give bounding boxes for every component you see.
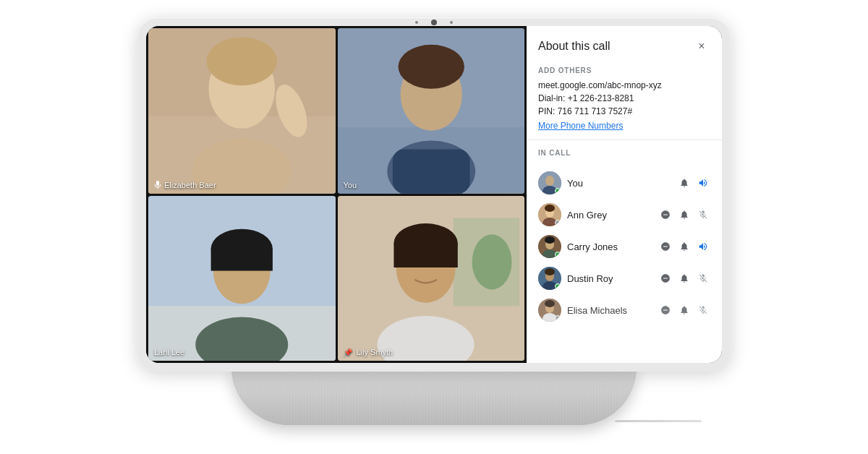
participant-row-carry: Carry Jones [532,231,716,262]
more-numbers-link[interactable]: More Phone Numbers [538,121,710,131]
bell-icon-dustin[interactable] [677,271,692,286]
participant-row-you: You [532,167,716,199]
participant-row-ann: Ann Grey [532,199,716,231]
avatar-ann [538,203,561,226]
actions-you [677,176,710,190]
actions-ann [658,207,710,222]
left-mic-dot [415,21,418,24]
svg-point-13 [398,45,464,89]
svg-point-26 [472,234,511,289]
svg-point-32 [545,176,554,186]
status-dot-carry [555,252,561,257]
right-mic-dot [450,21,453,24]
lily-video [338,196,525,361]
screen-content: Elizabeth Baer [146,26,722,363]
svg-rect-7 [156,181,159,186]
remove-icon-carry[interactable] [658,239,673,254]
device-wrapper: Elizabeth Baer [109,17,760,437]
side-panel: About this call × ADD OTHERS meet.google… [527,26,722,363]
lani-label: Lani Lee [154,348,184,356]
bell-icon-you[interactable] [677,176,692,190]
video-cell-elizabeth: Elizabeth Baer [148,28,336,194]
participant-name-carry: Carry Jones [567,241,652,252]
elizabeth-label: Elizabeth Baer [154,181,216,189]
participant-row-elisa: Elisa Michaels [532,294,716,326]
in-call-section: IN CALL [527,143,722,167]
svg-rect-21 [211,249,273,270]
audio-waves-carry[interactable] [696,239,710,254]
mic-off-dustin[interactable] [696,271,710,286]
lily-label: 📌 Lily Smyth [344,348,393,356]
call-link: meet.google.com/abc-mnop-xyz Dial-in: +1… [538,79,710,118]
camera-dot [431,20,437,25]
avatar-elisa [538,299,561,322]
video-cell-lily: 📌 Lily Smyth [338,196,525,361]
bell-icon-ann[interactable] [677,207,692,222]
status-dot-dustin [555,283,561,289]
video-cell-lani: Lani Lee [148,196,336,361]
avatar-carry [538,235,561,258]
svg-rect-15 [392,150,469,194]
lani-video [148,196,336,361]
you-video [338,28,525,194]
remove-icon-elisa[interactable] [658,303,673,317]
close-button[interactable]: × [693,38,710,55]
device-cable [615,420,702,422]
mic-off-ann[interactable] [696,207,710,222]
avatar-you [538,171,561,194]
video-cell-you: You [338,28,525,194]
mic-icon [154,181,161,189]
svg-point-45 [545,268,555,275]
you-label: You [344,181,357,189]
add-others-section: ADD OTHERS meet.google.com/abc-mnop-xyz … [527,61,722,137]
remove-icon-dustin[interactable] [658,271,673,286]
participant-name-elisa: Elisa Michaels [567,305,652,316]
svg-point-49 [545,300,555,307]
svg-rect-6 [148,28,336,194]
device-screen: Elizabeth Baer [137,17,731,372]
panel-title: About this call [538,40,610,53]
svg-point-37 [545,205,555,212]
in-call-list: You [527,167,722,363]
status-dot-ann [555,220,561,226]
participant-row-dustin: Dustin Roy [532,262,716,294]
status-dot-you [555,188,561,194]
device-base-texture [231,367,637,425]
add-others-label: ADD OTHERS [538,67,710,74]
svg-rect-29 [393,243,457,267]
participant-name-you: You [567,178,671,189]
bell-icon-elisa[interactable] [677,303,692,317]
svg-point-41 [545,236,555,244]
pin-icon: 📌 [344,348,352,356]
device-base [231,367,637,425]
avatar-dustin [538,267,561,290]
participant-name-ann: Ann Grey [567,210,652,220]
audio-waves-you[interactable] [696,176,710,190]
actions-elisa [658,303,710,317]
panel-header: About this call × [527,26,722,61]
mic-off-elisa[interactable] [696,303,710,317]
actions-dustin [658,271,710,286]
video-grid: Elizabeth Baer [146,26,527,363]
actions-carry [658,239,710,254]
status-dot-elisa [555,315,561,321]
elizabeth-video [148,28,336,194]
bell-icon-carry[interactable] [677,239,692,254]
in-call-label: IN CALL [538,149,710,157]
remove-icon-ann[interactable] [658,207,673,222]
participant-name-dustin: Dustin Roy [567,273,652,284]
divider [527,140,722,140]
